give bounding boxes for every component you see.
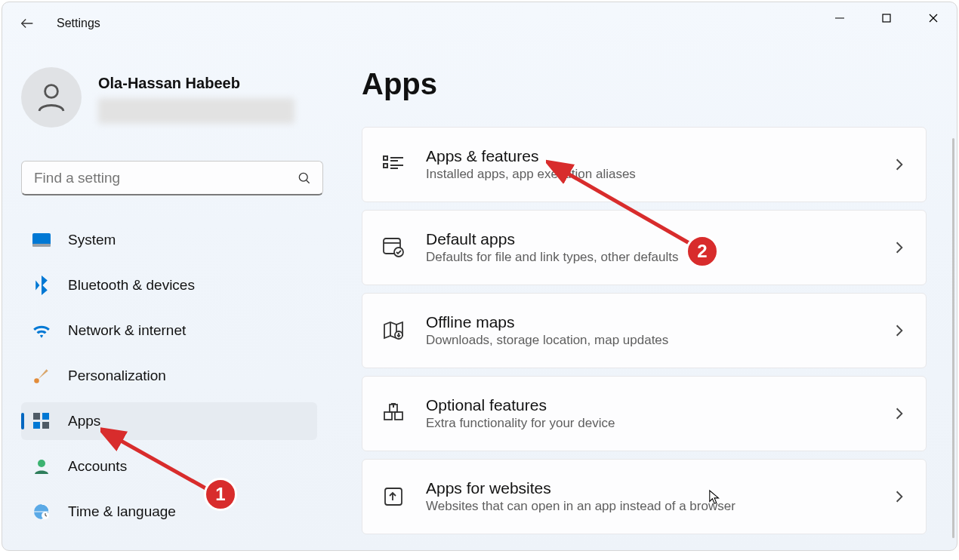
search-icon <box>297 171 312 186</box>
card-title: Offline maps <box>426 313 893 331</box>
chevron-right-icon <box>893 490 906 503</box>
card-sub: Extra functionality for your device <box>426 416 893 431</box>
card-title: Optional features <box>426 396 893 414</box>
card-sub: Websites that can open in an app instead… <box>426 499 893 514</box>
nav-label: Network & internet <box>68 322 186 339</box>
svg-rect-2 <box>883 14 890 22</box>
apps-websites-icon <box>382 485 405 508</box>
nav-label: Time & language <box>68 503 176 520</box>
svg-point-10 <box>34 378 39 383</box>
nav-network[interactable]: Network & internet <box>21 312 317 349</box>
minimize-button[interactable] <box>816 2 863 34</box>
system-icon <box>32 230 51 250</box>
close-button[interactable] <box>910 2 957 34</box>
svg-rect-13 <box>33 422 40 429</box>
search-input[interactable] <box>32 169 297 187</box>
settings-window: Settings Ola-Hassan Habeeb <box>2 2 957 551</box>
card-title: Default apps <box>426 230 893 248</box>
sidebar: Ola-Hassan Habeeb System <box>2 45 328 550</box>
map-icon <box>382 319 405 342</box>
apps-icon <box>32 411 51 431</box>
maximize-icon <box>881 13 892 23</box>
card-sub: Defaults for file and link types, other … <box>426 250 893 265</box>
nav-label: Accounts <box>68 458 127 475</box>
profile-email <box>98 98 294 124</box>
nav-apps[interactable]: Apps <box>21 402 317 440</box>
profile-block[interactable]: Ola-Hassan Habeeb <box>21 67 317 128</box>
content-area: Ola-Hassan Habeeb System <box>2 45 957 550</box>
optional-features-icon <box>382 402 405 425</box>
bluetooth-icon <box>32 275 51 295</box>
person-icon <box>33 79 69 115</box>
card-sub: Downloads, storage location, map updates <box>426 333 893 348</box>
list-icon <box>382 153 405 176</box>
nav-time[interactable]: Time & language <box>21 493 317 531</box>
avatar <box>21 67 82 128</box>
svg-rect-31 <box>395 412 402 420</box>
svg-rect-9 <box>32 244 51 247</box>
chevron-right-icon <box>893 324 906 337</box>
chevron-right-icon <box>893 241 906 254</box>
nav-label: Personalization <box>68 368 166 384</box>
svg-point-6 <box>299 173 307 181</box>
card-default-apps[interactable]: Default apps Defaults for file and link … <box>362 210 927 285</box>
brush-icon <box>32 366 51 386</box>
minimize-icon <box>834 13 845 23</box>
default-apps-icon <box>382 236 405 259</box>
card-title: Apps & features <box>426 147 893 165</box>
nav-label: Apps <box>68 413 100 429</box>
card-title: Apps for websites <box>426 479 893 497</box>
svg-rect-11 <box>33 413 40 420</box>
page-heading: Apps <box>362 67 927 101</box>
wifi-icon <box>32 321 51 340</box>
nav-bluetooth[interactable]: Bluetooth & devices <box>21 266 317 304</box>
nav-list: System Bluetooth & devices Network & int… <box>21 221 317 531</box>
nav-personalization[interactable]: Personalization <box>21 357 317 395</box>
nav-label: System <box>68 232 116 248</box>
back-button[interactable] <box>19 15 35 32</box>
card-optional-features[interactable]: Optional features Extra functionality fo… <box>362 376 927 451</box>
card-apps-features[interactable]: Apps & features Installed apps, app exec… <box>362 127 927 202</box>
title-bar: Settings <box>2 2 957 45</box>
accounts-icon <box>32 457 51 476</box>
svg-line-7 <box>307 180 310 183</box>
svg-rect-12 <box>42 413 49 420</box>
svg-point-15 <box>38 460 45 467</box>
card-apps-websites[interactable]: Apps for websites Websites that can open… <box>362 459 927 534</box>
window-controls <box>816 2 957 34</box>
svg-rect-30 <box>384 412 392 420</box>
close-icon <box>928 13 939 23</box>
scrollbar[interactable] <box>952 138 954 538</box>
svg-rect-18 <box>384 156 387 160</box>
svg-point-5 <box>45 85 58 98</box>
svg-rect-35 <box>385 488 402 505</box>
chevron-right-icon <box>893 158 906 171</box>
maximize-button[interactable] <box>863 2 910 34</box>
card-sub: Installed apps, app execution aliases <box>426 167 893 182</box>
profile-name: Ola-Hassan Habeeb <box>98 75 294 92</box>
arrow-left-icon <box>19 15 35 32</box>
nav-system[interactable]: System <box>21 221 317 259</box>
nav-label: Bluetooth & devices <box>68 277 195 294</box>
nav-accounts[interactable]: Accounts <box>21 448 317 485</box>
app-title: Settings <box>57 17 100 30</box>
chevron-right-icon <box>893 407 906 420</box>
clock-globe-icon <box>32 502 51 522</box>
svg-rect-14 <box>42 422 49 429</box>
card-offline-maps[interactable]: Offline maps Downloads, storage location… <box>362 293 927 368</box>
search-box[interactable] <box>21 161 323 195</box>
svg-rect-19 <box>384 164 387 168</box>
svg-rect-8 <box>32 233 51 245</box>
main-panel: Apps Apps & features Installed apps, app… <box>328 45 957 550</box>
